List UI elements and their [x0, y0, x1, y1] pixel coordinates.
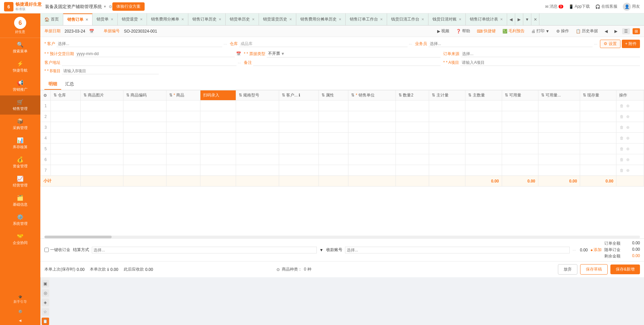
sidebar-item-marketing[interactable]: 📢 营销推广 [0, 76, 40, 95]
row-1-scan[interactable] [200, 100, 236, 111]
app-download-button[interactable]: 📱 App下载 [569, 4, 590, 9]
row-5-image[interactable] [80, 144, 123, 154]
row-3-main-unit[interactable] [429, 122, 465, 133]
row-3-available2[interactable] [538, 122, 580, 133]
sidebar-item-base-info[interactable]: 🗂️ 基础信息 [0, 191, 40, 210]
right-panel-icon-1[interactable]: ▣ [42, 280, 49, 287]
row-1-warehouse[interactable] [51, 100, 81, 111]
online-service-button[interactable]: 🎧 在线客服 [595, 4, 617, 9]
one-key-checkout-check[interactable] [44, 248, 49, 252]
save-new-button[interactable]: 保存&新增 [610, 265, 640, 274]
row-4-stock[interactable] [580, 133, 616, 144]
row-7-delete-icon[interactable]: 🗑 [620, 168, 624, 173]
row-6-spec[interactable] [236, 154, 279, 165]
right-panel-icon-4[interactable]: ☆ [42, 308, 49, 316]
row-2-spec[interactable] [236, 111, 279, 122]
row-7-spec[interactable] [236, 165, 279, 176]
row-2-copy-icon[interactable]: ⊕ [626, 114, 630, 119]
row-7-attr[interactable] [318, 165, 348, 176]
row-2-customer-code[interactable] [279, 111, 318, 122]
tab-nav-dropdown[interactable]: ▼ [523, 13, 531, 26]
right-panel-icon-5[interactable]: 📋 [42, 318, 49, 325]
row-3-main-qty[interactable] [465, 122, 502, 133]
delivery-date-calendar-icon[interactable]: 📅 [236, 51, 241, 56]
row-1-image[interactable] [80, 100, 123, 111]
row-1-attr[interactable] [318, 100, 348, 111]
th-settings[interactable]: ⚙ [41, 90, 51, 100]
address-more-icon[interactable]: ··· [238, 60, 241, 65]
row-5-delete-icon[interactable]: 🗑 [620, 147, 624, 151]
row-1-customer-code[interactable] [279, 100, 318, 111]
row-5-attr[interactable] [318, 144, 348, 154]
right-panel-icon-2[interactable]: ◎ [42, 289, 49, 297]
row-7-warehouse[interactable] [51, 165, 81, 176]
row-3-stock[interactable] [580, 122, 616, 133]
receipt-more-icon[interactable]: ··· [572, 248, 576, 252]
shortcut-button[interactable]: ⌨ 快捷键 [475, 28, 498, 35]
sidebar-bottom-settings[interactable]: ⚙️ [0, 307, 40, 316]
row-6-stock[interactable] [580, 154, 616, 165]
row-5-product[interactable] [166, 144, 200, 154]
tab-sales-bill-history[interactable]: 销货单历史 ✕ [226, 13, 259, 26]
row-4-scan[interactable] [200, 133, 236, 144]
th-available2[interactable]: ⇅ 可用量... [538, 90, 580, 100]
row-3-customer-code[interactable] [279, 122, 318, 133]
row-3-available[interactable] [502, 122, 538, 133]
row-6-warehouse[interactable] [51, 154, 81, 165]
row-4-main-unit[interactable] [429, 133, 465, 144]
row-5-stock[interactable] [580, 144, 616, 154]
row-2-main-qty[interactable] [465, 111, 502, 122]
row-4-unit[interactable] [348, 133, 396, 144]
th-product[interactable]: ⇅ * 商品 [166, 90, 200, 100]
row-6-delete-icon[interactable]: 🗑 [620, 157, 624, 162]
tab-sales-order-history[interactable]: 销售订单历史 ✕ [188, 13, 226, 26]
row-5-available[interactable] [502, 144, 538, 154]
row-6-product[interactable] [166, 154, 200, 165]
row-6-main-unit[interactable] [429, 154, 465, 165]
gear-icon[interactable]: ⚙ [109, 4, 112, 9]
warehouse-input[interactable] [239, 41, 408, 47]
row-6-copy-icon[interactable]: ⊕ [626, 157, 630, 162]
row-6-code[interactable] [123, 154, 166, 165]
settlement-input[interactable] [92, 247, 317, 253]
sidebar-item-sales[interactable]: 🛒 销售管理 [0, 95, 40, 115]
customer-more-icon[interactable]: ··· [224, 42, 227, 46]
tab-close-return-history[interactable]: ✕ [289, 17, 292, 21]
tab-cash-clear-workbench[interactable]: 钱货日清工作台 ✕ [387, 13, 428, 26]
row-3-copy-icon[interactable]: ⊕ [626, 125, 630, 130]
row-6-scan[interactable] [200, 154, 236, 165]
row-7-stock[interactable] [580, 165, 616, 176]
row-6-image[interactable] [80, 154, 123, 165]
detail-tab-summary[interactable]: 汇总 [61, 79, 78, 90]
right-panel-icon-3[interactable]: ◈ [42, 299, 49, 306]
row-4-code[interactable] [123, 133, 166, 144]
grid-view-button[interactable]: ⊞ [633, 28, 640, 34]
tab-sales-return-history[interactable]: 销货退货历史 ✕ [259, 13, 296, 26]
tab-close-sales-order[interactable]: ✕ [85, 18, 88, 22]
row-5-spec[interactable] [236, 144, 279, 154]
th-attr[interactable]: ⇅ 属性 [318, 90, 348, 100]
row-1-copy-icon[interactable]: ⊕ [626, 104, 630, 108]
tab-close-sales-expense[interactable]: ✕ [181, 17, 184, 21]
row-1-spec[interactable] [236, 100, 279, 111]
row-3-image[interactable] [80, 122, 123, 133]
add-button[interactable]: ● 添加 [591, 247, 602, 253]
tab-close-all[interactable]: ✕ [531, 13, 539, 26]
th-spec[interactable]: ⇅ 规格型号 [236, 90, 279, 100]
row-5-scan[interactable] [200, 144, 236, 154]
sidebar-item-purchase[interactable]: 📦 采购管理 [0, 115, 40, 134]
message-button[interactable]: ✉ 消息 9 [545, 4, 563, 9]
row-2-scan[interactable] [200, 111, 236, 122]
invoice-type-select[interactable]: 不开票 ▼ [267, 50, 441, 57]
calendar-icon[interactable]: 📅 [89, 29, 94, 34]
row-6-main-qty[interactable] [465, 154, 502, 165]
row-6-unit[interactable] [348, 154, 396, 165]
sidebar-collapse-button[interactable]: ◀ [0, 316, 40, 325]
sidebar-item-enterprise[interactable]: 🤝 企业协同 [0, 230, 40, 249]
th-scan[interactable]: 扫码录入 [200, 90, 236, 100]
tab-sales-expense[interactable]: 销售费用分摊单 ✕ [147, 13, 188, 26]
row-3-code[interactable] [123, 122, 166, 133]
row-2-attr[interactable] [318, 111, 348, 122]
row-3-product[interactable] [166, 122, 200, 133]
sidebar-item-quick-nav[interactable]: ⚡ 快捷导航 [0, 57, 40, 76]
